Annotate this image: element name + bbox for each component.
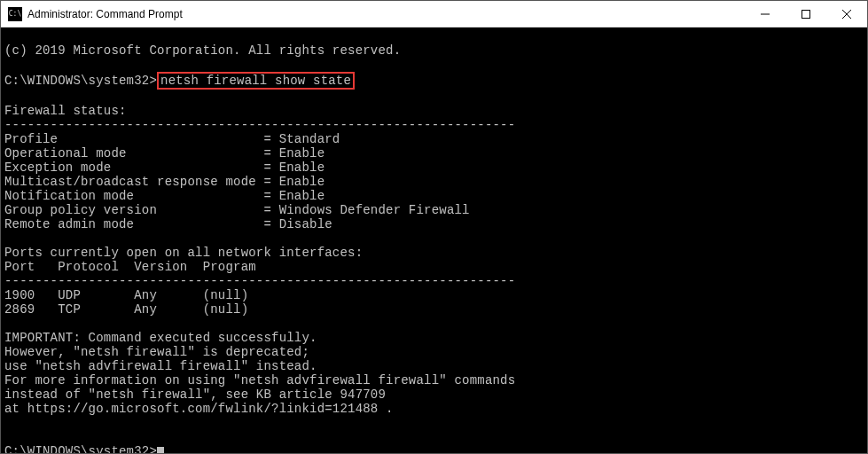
status-row-opmode: Operational mode = Enable [4, 146, 325, 160]
maximize-button[interactable] [786, 1, 826, 27]
window-title: Administrator: Command Prompt [27, 8, 183, 20]
ports-row-2: 2869 TCP Any (null) [4, 302, 248, 317]
prompt-path-2: C:\WINDOWS\system32> [4, 444, 157, 453]
status-row-gpversion: Group policy version = Windows Defender … [4, 203, 470, 217]
important-line-1: IMPORTANT: Command executed successfully… [4, 331, 317, 345]
minimize-button[interactable] [745, 1, 786, 27]
status-row-notifmode: Notification mode = Enable [4, 189, 325, 203]
svg-rect-1 [802, 10, 810, 18]
prompt-path: C:\WINDOWS\system32> [4, 74, 157, 88]
cursor [157, 447, 164, 453]
important-line-2: However, "netsh firewall" is deprecated; [4, 345, 309, 359]
close-button[interactable] [826, 1, 867, 27]
important-line-3: use "netsh advfirewall firewall" instead… [4, 359, 317, 373]
divider-line-2: ----------------------------------------… [4, 274, 515, 288]
important-line-4: For more information on using "netsh adv… [4, 373, 515, 387]
maximize-icon [802, 10, 810, 19]
minimize-icon [761, 10, 770, 19]
cmd-icon: C:\ [8, 7, 22, 21]
ports-row-1: 1900 UDP Any (null) [4, 288, 248, 302]
status-row-profile: Profile = Standard [4, 132, 340, 146]
status-row-excmode: Exception mode = Enable [4, 160, 325, 175]
status-header: Firewall status: [4, 104, 127, 118]
copyright-line: (c) 2019 Microsoft Corporation. All righ… [4, 43, 401, 58]
ports-header: Ports currently open on all network inte… [4, 246, 363, 260]
highlighted-command: netsh firewall show state [157, 72, 355, 90]
divider-line: ----------------------------------------… [4, 118, 515, 132]
important-line-5: instead of "netsh firewall", see KB arti… [4, 387, 386, 402]
close-icon [842, 10, 851, 19]
console-area[interactable]: (c) 2019 Microsoft Corporation. All righ… [1, 27, 867, 453]
titlebar[interactable]: C:\ Administrator: Command Prompt [1, 1, 867, 27]
important-line-6: at https://go.microsoft.com/fwlink/?link… [4, 402, 394, 416]
ports-columns: Port Protocol Version Program [4, 260, 256, 274]
status-row-mbmode: Multicast/broadcast response mode = Enab… [4, 175, 325, 189]
status-row-remoteadmin: Remote admin mode = Disable [4, 217, 332, 231]
